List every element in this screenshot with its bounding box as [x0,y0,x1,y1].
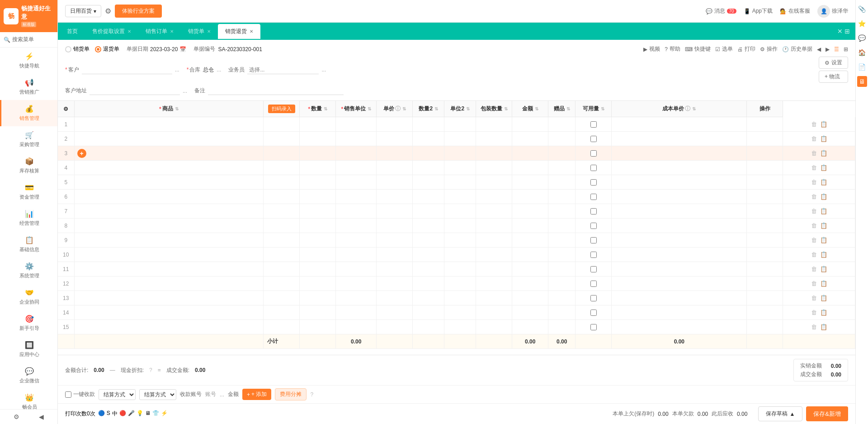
delete-row-icon[interactable]: 🗑 [811,208,817,214]
trial-plan-button[interactable]: 体验行业方案 [115,5,162,18]
logistics-button[interactable]: + 物流 [819,71,848,83]
row-sales-unit-cell[interactable] [377,248,413,262]
row-qty-cell[interactable] [336,248,377,262]
row-qty-cell[interactable] [336,161,377,175]
info-icon[interactable]: ⓘ [685,105,690,113]
cash-discount-help-icon[interactable]: ? [149,367,152,373]
info-icon[interactable]: ⓘ [395,105,401,113]
nav-next-icon[interactable]: ▶ [826,46,830,52]
sort-icon[interactable]: ⇅ [692,106,696,111]
sidebar-item-finance[interactable]: 💳 资金管理 [0,179,57,205]
delete-row-icon[interactable]: 🗑 [811,179,817,186]
tool-icon-1[interactable]: 🔵 [98,410,105,418]
tab-close-icon[interactable]: ✕ [170,29,174,34]
sidebar-item-system[interactable]: ⚙️ 系统管理 [0,257,57,284]
copy-row-icon[interactable]: 📋 [820,237,827,243]
gift-checkbox[interactable] [590,194,597,200]
copy-row-icon[interactable]: 📋 [820,150,827,157]
gift-checkbox[interactable] [590,281,597,287]
gift-checkbox[interactable] [590,310,597,316]
toolbar-print[interactable]: 🖨 打印 [737,45,755,53]
salesperson-dots[interactable]: ... [321,67,326,73]
sidebar-item-basic[interactable]: 📋 基础信息 [0,231,57,257]
row-sales-unit-cell[interactable] [377,305,413,320]
gift-checkbox[interactable] [590,324,597,330]
toolbar-select[interactable]: ☑ 选单 [715,45,733,53]
add-row-button[interactable]: + [77,149,86,158]
message-button[interactable]: 💬 消息 70 [706,7,736,15]
app-download-button[interactable]: 📱 App下载 [744,7,773,15]
sidebar-item-sales[interactable]: 💰 销售管理 [0,100,57,126]
gift-checkbox[interactable] [590,252,597,258]
gift-checkbox[interactable] [590,165,597,171]
delete-row-icon[interactable]: 🗑 [811,251,817,258]
tab-close-icon[interactable]: ✕ [127,29,131,34]
row-sales-unit-cell[interactable] [377,132,413,146]
gift-checkbox[interactable] [590,179,597,186]
sort-icon[interactable]: ⇅ [434,106,438,111]
scan-btn[interactable]: 扫码录入 [268,105,295,113]
row-product-cell[interactable] [264,291,300,305]
row-qty-cell[interactable] [336,233,377,248]
radio-return[interactable]: 退货单 [95,45,119,53]
gift-checkbox[interactable] [590,295,597,301]
remark-input[interactable] [208,86,344,95]
tool-icon-6[interactable]: 💡 [137,410,143,418]
row-sales-unit-cell[interactable] [377,233,413,248]
gift-checkbox[interactable] [590,208,597,214]
delete-row-icon[interactable]: 🗑 [811,237,817,243]
row-qty-cell[interactable] [336,190,377,204]
tool-icon-8[interactable]: 👕 [152,410,159,418]
copy-row-icon[interactable]: 📋 [820,121,827,128]
row-product-cell[interactable] [264,190,300,204]
row-qty-cell[interactable] [336,219,377,233]
gift-checkbox[interactable] [590,266,597,272]
topbar-settings-icon[interactable]: ⚙ [105,7,111,15]
calc-method-select[interactable]: 结算方式 [139,389,176,400]
row-sales-unit-cell[interactable] [377,204,413,219]
copy-row-icon[interactable]: 📋 [820,295,827,301]
settle-method-select[interactable]: 结算方式 [99,389,136,400]
row-sales-unit-cell[interactable] [377,276,413,291]
row-sales-unit-cell[interactable] [377,146,413,161]
delete-row-icon[interactable]: 🗑 [811,266,817,272]
address-input[interactable] [90,86,180,95]
row-sales-unit-cell[interactable] [377,291,413,305]
copy-row-icon[interactable]: 📋 [820,193,827,200]
copy-row-icon[interactable]: 📋 [820,135,827,142]
row-qty-cell[interactable] [336,146,377,161]
product-input[interactable] [266,121,297,128]
product-input[interactable] [266,136,297,142]
customer-input[interactable] [82,66,172,74]
sidebar-settings-icon[interactable]: ⚙ [14,413,19,420]
sort-icon[interactable]: ⇅ [504,106,508,111]
right-panel-icon-4[interactable]: 🏠 [856,47,868,58]
fee-split-button[interactable]: 费用分摊 [275,388,307,400]
fee-help-icon[interactable]: ? [310,391,313,398]
tab-home[interactable]: 首页 [60,24,85,39]
right-panel-icon-1[interactable]: 📎 [856,4,868,14]
row-sales-unit-cell[interactable] [377,175,413,190]
one-click-checkbox[interactable] [65,391,71,398]
toolbar-shortcut[interactable]: ⌨ 快捷键 [685,45,711,53]
row-qty-cell[interactable] [336,204,377,219]
delete-row-icon[interactable]: 🗑 [811,222,817,229]
row-sales-unit-cell[interactable] [377,320,413,334]
row-qty-cell[interactable] [336,175,377,190]
sort-icon[interactable]: ⇅ [368,106,371,111]
tool-icon-2[interactable]: S [107,410,110,418]
row-qty-cell[interactable] [336,132,377,146]
sidebar-item-marketing[interactable]: 📢 营销推广 [0,74,57,100]
copy-row-icon[interactable]: 📋 [820,251,827,258]
tool-icon-9[interactable]: ⚡ [161,410,168,418]
right-panel-icon-6[interactable]: 🖥 [857,76,867,87]
add-payment-button[interactable]: + + 添加 [242,389,271,400]
tab-sales-order[interactable]: 销售订单 ✕ [138,24,181,39]
grid-view-icon[interactable]: ⊞ [844,46,848,52]
tab-price-settings[interactable]: 售价提取设置 ✕ [85,24,138,39]
sort-icon[interactable]: ⇅ [466,106,470,111]
copy-row-icon[interactable]: 📋 [820,266,827,272]
customer-dots[interactable]: ... [175,67,179,73]
row-product-cell[interactable] [264,233,300,248]
gift-checkbox[interactable] [590,237,597,243]
